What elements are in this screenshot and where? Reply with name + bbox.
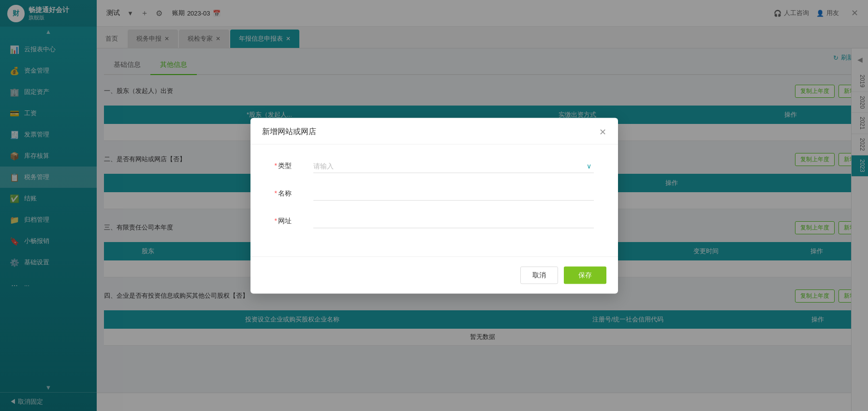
form-field-url: *网址 xyxy=(275,214,594,228)
save-button[interactable]: 保存 xyxy=(564,266,606,284)
cancel-button[interactable]: 取消 xyxy=(520,266,558,284)
dialog-header: 新增网站或网店 ✕ xyxy=(250,118,618,144)
url-input[interactable] xyxy=(313,214,594,228)
dialog-close-button[interactable]: ✕ xyxy=(599,126,606,137)
form-field-name: *名称 xyxy=(275,186,594,200)
field-label-url: 网址 xyxy=(278,217,292,225)
dialog-footer: 取消 保存 xyxy=(250,256,618,293)
name-input[interactable] xyxy=(313,186,594,200)
field-label-name: 名称 xyxy=(278,189,292,197)
dialog-title: 新增网站或网店 xyxy=(262,127,316,137)
dialog-body: *类型∨*名称*网址 xyxy=(250,144,618,256)
field-label-type: 类型 xyxy=(278,162,292,169)
add-website-dialog: 新增网站或网店 ✕ *类型∨*名称*网址 取消 保存 xyxy=(250,118,618,293)
form-field-type: *类型∨ xyxy=(275,159,594,173)
type-input[interactable] xyxy=(313,159,594,173)
